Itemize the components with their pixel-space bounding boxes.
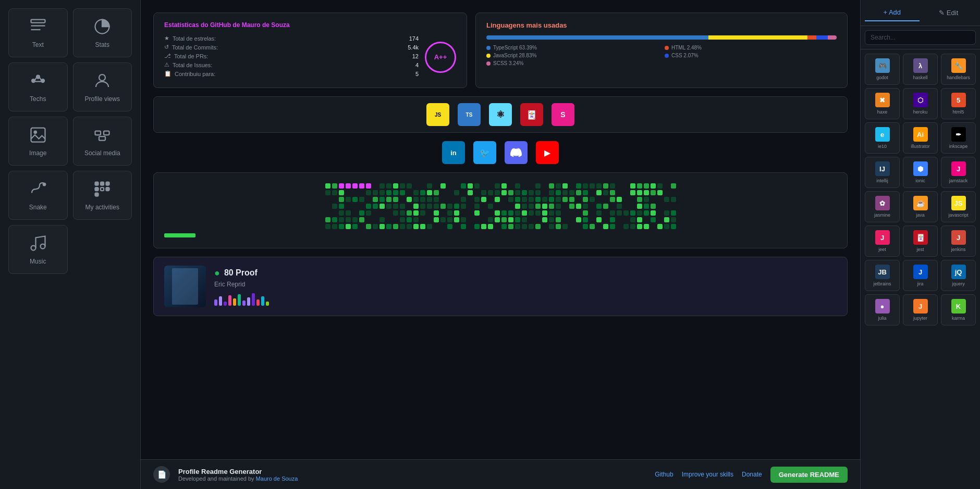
icon-item-ie10[interactable]: eie10 [865, 122, 900, 154]
svg-rect-17 [95, 182, 99, 185]
icon-item-handlebars[interactable]: 🔧handlebars [941, 54, 976, 85]
tech-banner: JS TS ⚛ 🃏 S [153, 96, 848, 133]
sidebar-item-image[interactable]: Image [8, 117, 68, 166]
discord-icon[interactable] [505, 141, 528, 164]
icon-item-java[interactable]: ☕java [903, 191, 938, 222]
activity-cell [590, 224, 595, 229]
activity-section [153, 172, 848, 248]
julia-icon: ● [875, 299, 890, 314]
icon-item-jupyter[interactable]: Jjupyter [903, 294, 938, 325]
sidebar-item-stats[interactable]: Stats [73, 8, 132, 57]
icon-item-jasmine[interactable]: ✿jasmine [865, 191, 900, 222]
tech-react: ⚛ [489, 103, 512, 126]
youtube-icon[interactable]: ▶ [536, 141, 559, 164]
stats-card-inner: ★ Total de estrelas: 174 ↺ Total de Comm… [164, 35, 456, 79]
icon-item-jamstack[interactable]: Jjamstack [941, 157, 976, 188]
activity-cell [610, 204, 615, 209]
twitter-icon[interactable]: 🐦 [473, 141, 496, 164]
sidebar-item-techs[interactable]: Techs [8, 62, 68, 111]
activity-cell [407, 224, 412, 229]
icon-item-haskell[interactable]: λhaskell [903, 54, 938, 85]
sidebar-item-techs-label: Techs [30, 95, 46, 103]
activity-cell [501, 183, 507, 189]
icon-item-heroku[interactable]: ⬡heroku [903, 88, 938, 119]
activity-cell [651, 197, 656, 202]
lang-card: Linguagens mais usadas TypeScript 63.39%… [475, 12, 848, 88]
icon-item-html5[interactable]: 5html5 [941, 88, 976, 119]
activity-cell [569, 183, 574, 189]
activity-col [671, 183, 676, 229]
activity-cell [664, 224, 669, 229]
activity-col [630, 183, 635, 229]
sidebar-item-profile-views-label: Profile views [85, 95, 120, 103]
sidebar-item-my-activities[interactable]: My activities [73, 171, 132, 220]
footer-author-link[interactable]: Mauro de Souza [256, 475, 298, 482]
activity-cell [386, 204, 391, 209]
sidebar-item-snake[interactable]: Snake [8, 171, 68, 220]
icon-item-jira[interactable]: Jjira [903, 260, 938, 291]
edit-tab-button[interactable]: ✎ Edit [922, 4, 976, 21]
icon-item-ionic[interactable]: ⬢ionic [903, 157, 938, 188]
icon-item-jetbrains[interactable]: JBjetbrains [865, 260, 900, 291]
icon-item-inkscape[interactable]: ✒inkscape [941, 122, 976, 154]
activity-cell [434, 190, 439, 195]
sidebar-item-profile-views[interactable]: Profile views [73, 62, 132, 111]
activity-cell [603, 183, 608, 189]
icon-item-intellij[interactable]: IJintellij [865, 157, 900, 188]
activity-cell [481, 210, 486, 216]
lang-legend: TypeScript 63.39% HTML 2.48% JavaScript … [486, 45, 837, 66]
activity-cell [352, 217, 358, 222]
activity-cell [379, 183, 385, 189]
activity-col [583, 183, 588, 229]
activity-cell [576, 210, 581, 216]
activity-cell [481, 204, 486, 209]
scss-dot [486, 61, 491, 66]
activity-cell [515, 210, 520, 216]
sidebar-item-music[interactable]: Music [8, 225, 68, 274]
activity-cell [664, 183, 669, 189]
icon-item-haxe[interactable]: ✖haxe [865, 88, 900, 119]
activity-col [427, 183, 432, 229]
activity-col [603, 183, 608, 229]
icon-item-jest[interactable]: 🃏jest [903, 225, 938, 257]
activity-cell [651, 217, 656, 222]
linkedin-icon[interactable]: in [442, 141, 465, 164]
footer-donate-link[interactable]: Donate [742, 471, 762, 478]
sidebar-item-social-media[interactable]: Social media [73, 117, 132, 166]
footer-github-link[interactable]: Github [655, 471, 673, 478]
html-label: HTML 2.48% [671, 45, 702, 51]
icon-item-jeet[interactable]: Jjeet [865, 225, 900, 257]
stats-row: Estatísticas do GitHub de Mauro de Souza… [153, 12, 848, 88]
icon-item-julia[interactable]: ●julia [865, 294, 900, 325]
activity-cell [556, 197, 561, 202]
icon-item-illustrator[interactable]: Aiillustrator [903, 122, 938, 154]
activity-cell [386, 210, 391, 216]
search-input[interactable] [865, 30, 976, 45]
add-tab-button[interactable]: + Add [865, 4, 920, 21]
generate-readme-button[interactable]: Generate README [770, 467, 848, 483]
icon-item-jenkins[interactable]: Jjenkins [941, 225, 976, 257]
activity-cell [556, 190, 561, 195]
activity-col [610, 183, 615, 229]
stats-item-prs: ⎇ Total de PRs: 12 [164, 53, 419, 59]
activity-cell [657, 224, 663, 229]
sidebar-item-text[interactable]: Text [8, 8, 68, 57]
icon-item-karma[interactable]: Kkarma [941, 294, 976, 325]
activity-cell [447, 217, 452, 222]
handlebars-icon: 🔧 [951, 58, 966, 73]
icon-item-jquery[interactable]: jQjquery [941, 260, 976, 291]
activity-cell [407, 210, 412, 216]
svg-rect-11 [31, 128, 45, 142]
spotify-bar [242, 300, 246, 306]
activity-cell [610, 217, 615, 222]
godot-icon: 🎮 [875, 58, 890, 73]
godot-label: godot [876, 75, 888, 80]
icon-item-godot[interactable]: 🎮godot [865, 54, 900, 85]
activity-cell [332, 190, 337, 195]
activity-cell [583, 190, 588, 195]
activity-cell [596, 224, 602, 229]
icon-item-javascript[interactable]: JSjavascript [941, 191, 976, 222]
ionic-icon: ⬢ [913, 161, 928, 176]
activity-cell [495, 210, 500, 216]
footer-improve-skills-link[interactable]: Improve your skills [682, 471, 733, 478]
